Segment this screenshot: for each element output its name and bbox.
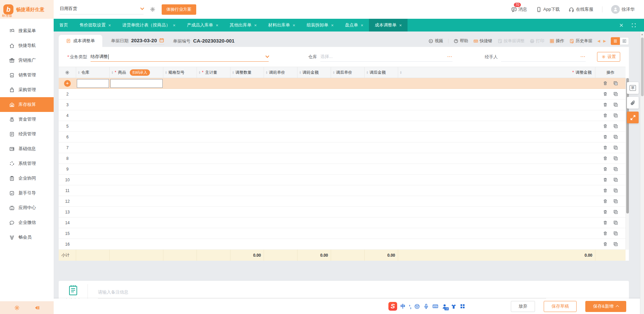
save-draft-button[interactable]: 保存草稿 xyxy=(544,301,577,312)
toolbar-历史单据[interactable]: 历史单据 xyxy=(569,38,592,44)
delete-row-icon[interactable] xyxy=(603,209,608,214)
fullscreen-icon[interactable] xyxy=(632,23,636,27)
delete-row-icon[interactable] xyxy=(603,231,608,236)
column-header-warehouse[interactable]: ▴▾仓库 xyxy=(76,67,110,78)
table-settings-gear-cell[interactable] xyxy=(59,67,76,78)
handler-select[interactable]: ··· xyxy=(501,52,586,62)
delete-row-icon[interactable] xyxy=(603,188,608,193)
column-header-unit[interactable]: ▴▾*主计量 xyxy=(197,67,230,78)
tab-close-icon[interactable]: × xyxy=(292,23,295,27)
ime-menu-grid-icon[interactable] xyxy=(460,304,465,309)
sidebar-item-企业协同[interactable]: 企业协同 xyxy=(0,171,54,186)
tab-成本调整单[interactable]: 成本调整单× xyxy=(369,19,408,32)
sidebar-item-应用中心[interactable]: 应用中心 xyxy=(0,200,54,215)
delete-row-icon[interactable] xyxy=(603,167,608,172)
copy-insert-row-icon[interactable] xyxy=(613,177,618,182)
tab-close-icon[interactable]: × xyxy=(173,23,176,27)
save-and-new-button[interactable]: 保存&新增 xyxy=(585,301,626,312)
column-header-adjust_amount[interactable]: ▴▾*调整金额 xyxy=(398,67,595,78)
copy-insert-row-icon[interactable] xyxy=(613,220,618,225)
prev-doc-icon[interactable]: ◀ xyxy=(597,39,600,43)
settings-gear-icon[interactable] xyxy=(14,305,20,311)
copy-insert-row-icon[interactable] xyxy=(613,156,618,161)
column-header-pre_amount[interactable]: ▴▾调前金额 xyxy=(298,67,331,78)
sidebar-item-快捷导航[interactable]: 快捷导航 xyxy=(0,38,54,53)
tab-进货单统计表（按商品）[interactable]: 进货单统计表（按商品）× xyxy=(117,19,181,32)
delete-row-icon[interactable] xyxy=(603,134,608,139)
sort-icon[interactable]: ▴▾ xyxy=(232,71,234,74)
workspace-select[interactable]: 日用百货 xyxy=(60,4,144,14)
tab-close-icon[interactable]: × xyxy=(254,23,257,27)
scroll-up-arrow-icon[interactable]: ▲ xyxy=(640,32,644,36)
microphone-icon[interactable] xyxy=(423,304,429,309)
copy-insert-row-icon[interactable] xyxy=(613,102,618,107)
delete-row-icon[interactable] xyxy=(603,177,608,182)
cell-editor-warehouse[interactable] xyxy=(77,79,109,88)
copy-insert-row-icon[interactable] xyxy=(613,242,618,247)
delete-row-icon[interactable] xyxy=(603,113,608,118)
copy-insert-row-icon[interactable] xyxy=(613,91,618,97)
tab-close-icon[interactable]: × xyxy=(399,23,402,27)
sidebar-item-库存核算[interactable]: 库存核算 xyxy=(0,97,54,112)
tab-售价提取设置[interactable]: 售价提取设置× xyxy=(74,19,117,32)
skin-icon[interactable] xyxy=(451,304,457,309)
delete-row-icon[interactable] xyxy=(603,242,608,247)
next-doc-icon[interactable]: ▶ xyxy=(603,39,606,43)
sort-icon[interactable]: ▴▾ xyxy=(367,71,368,74)
delete-row-icon[interactable] xyxy=(603,91,608,97)
card-view-toggle[interactable] xyxy=(620,37,629,45)
tab-盘点单[interactable]: 盘点单× xyxy=(339,19,369,32)
messages-button[interactable]: 消息 70 xyxy=(511,6,527,12)
tab-close-icon[interactable]: × xyxy=(331,23,334,27)
tab-首页[interactable]: 首页 xyxy=(54,19,74,32)
delete-row-icon[interactable] xyxy=(603,145,608,150)
sort-icon[interactable]: ▴▾ xyxy=(199,71,200,74)
toolbar-操作[interactable]: 操作 xyxy=(549,38,564,44)
page-scrollbar[interactable]: ▲ xyxy=(640,32,644,314)
delete-row-icon[interactable] xyxy=(603,220,608,225)
sidebar-item-搜索菜单[interactable]: 搜索菜单 xyxy=(0,23,54,38)
copy-insert-row-icon[interactable] xyxy=(613,124,618,129)
copy-insert-row-icon[interactable] xyxy=(613,81,618,86)
tab-close-icon[interactable]: × xyxy=(216,23,218,27)
tab-close-icon[interactable]: × xyxy=(361,23,364,27)
copy-insert-row-icon[interactable] xyxy=(613,167,618,172)
delete-row-icon[interactable] xyxy=(603,156,608,161)
emoji-icon[interactable] xyxy=(414,304,420,309)
app-download-button[interactable]: App下载 xyxy=(536,6,560,12)
sidebar-item-基础信息[interactable]: 基础信息 xyxy=(0,141,54,156)
tab-其他出库单[interactable]: 其他出库单× xyxy=(224,19,263,32)
page-scrollbar-thumb[interactable] xyxy=(641,38,644,96)
sidebar-item-销售管理[interactable]: 销售管理 xyxy=(0,68,54,82)
sort-icon[interactable]: ▴▾ xyxy=(165,71,167,74)
sidebar-item-系统管理[interactable]: 系统管理 xyxy=(0,156,54,171)
delete-row-icon[interactable] xyxy=(603,102,608,107)
toolbar-按单据调整[interactable]: 按单据调整 xyxy=(497,38,525,44)
toolbar-视频[interactable]: 视频 xyxy=(428,38,443,44)
delete-row-icon[interactable] xyxy=(603,81,608,86)
sidebar-item-经营管理[interactable]: 经营管理 xyxy=(0,127,54,141)
sidebar-item-畅会员[interactable]: 畅会员 xyxy=(0,230,54,245)
online-service-button[interactable]: 在线客服 xyxy=(569,6,593,12)
add-row-button[interactable]: + xyxy=(64,80,71,87)
column-settings-button[interactable]: 设置 xyxy=(597,52,620,62)
draft-box-button[interactable]: 草 xyxy=(627,82,639,94)
sidebar-item-资金管理[interactable]: 资金管理 xyxy=(0,112,54,127)
more-options-icon[interactable]: ··· xyxy=(579,54,586,59)
doc-date-field[interactable]: 2023-03-20 xyxy=(131,38,164,45)
tab-组装拆卸单[interactable]: 组装拆卸单× xyxy=(301,19,339,32)
user-lexicon-icon[interactable]: 15 xyxy=(442,304,447,309)
keyboard-icon[interactable] xyxy=(432,303,438,309)
delete-row-icon[interactable] xyxy=(603,199,608,204)
list-view-toggle[interactable] xyxy=(611,37,620,45)
tab-产成品入库单[interactable]: 产成品入库单× xyxy=(181,19,224,32)
sort-icon[interactable]: ▴▾ xyxy=(78,71,79,74)
biz-type-select[interactable]: 结存调整 xyxy=(91,52,269,62)
expand-button[interactable] xyxy=(627,112,639,123)
copy-insert-row-icon[interactable] xyxy=(613,113,618,118)
close-all-tabs-icon[interactable] xyxy=(619,23,624,27)
attachment-button[interactable] xyxy=(627,97,639,109)
sort-icon[interactable]: ▴▾ xyxy=(333,71,334,74)
cell-editor-product[interactable] xyxy=(110,79,163,88)
sidebar-item-企业微信[interactable]: 企业微信 xyxy=(0,215,54,230)
